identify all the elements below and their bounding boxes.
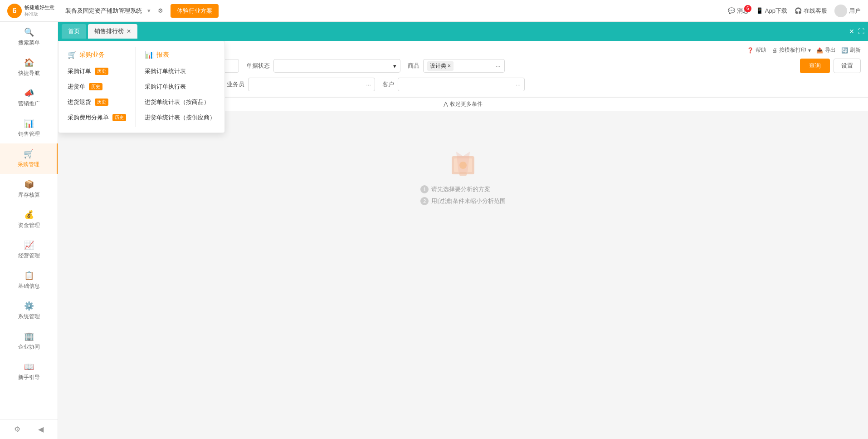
sidebar-collapse-btn[interactable]: ◀ [38, 425, 44, 434]
page-content: ❓ 帮助 🖨 按模板打印 ▾ 📤 导出 🔄 [58, 41, 868, 439]
query-btn[interactable]: 查询 [800, 59, 830, 73]
search-icon: 🔍 [24, 27, 34, 37]
sidebar-label-guide: 新手引导 [18, 374, 40, 381]
online-service-action[interactable]: 🎧 在线客服 [795, 7, 827, 15]
svg-marker-4 [456, 152, 470, 172]
inventory-icon: 📦 [24, 179, 34, 189]
sidebar-item-search[interactable]: 🔍 搜索菜单 [0, 22, 58, 52]
finance-icon: 💰 [24, 210, 34, 220]
dropdown-item-expense[interactable]: 采购费用分摊单 历史 [59, 110, 135, 125]
tab-close-icon[interactable]: ✕ [127, 28, 131, 35]
msg-action[interactable]: 💬 消息 6 [728, 7, 749, 15]
doc-status-arrow: ▾ [393, 63, 396, 69]
history-badge-3: 历史 [95, 99, 108, 106]
customer-label: 客户 [382, 80, 394, 89]
user-label: 用户 [849, 7, 861, 15]
app-label: App下载 [765, 7, 787, 15]
refresh-icon: 🔄 [841, 47, 848, 54]
dropdown-item-purchase-order[interactable]: 采购订单 历史 [59, 64, 135, 79]
sidebar-item-quick-nav[interactable]: 🏠 快捷导航 [0, 52, 58, 83]
dropdown-item-purchase-order-exec[interactable]: 采购订单执行表 [136, 79, 224, 94]
logo-icon: 6 [7, 4, 22, 18]
tab-close-all-btn[interactable]: ✕ [849, 28, 854, 35]
export-icon: 📤 [816, 47, 823, 54]
guide-icon: 📖 [24, 362, 34, 372]
salesperson-input[interactable]: ··· [248, 78, 375, 91]
sidebar: 🔍 搜索菜单 🏠 快捷导航 📣 营销推广 📊 销售管理 🛒 采购管理 📦 [0, 22, 58, 439]
sidebar-label-base-info: 基础信息 [18, 282, 40, 290]
export-btn[interactable]: 📤 导出 [816, 46, 836, 54]
operation-icon: 📈 [24, 240, 34, 250]
sidebar-item-purchase[interactable]: 🛒 采购管理 [0, 143, 58, 174]
dropdown-item-incoming[interactable]: 进货单 历史 [59, 79, 135, 94]
customer-group: 客户 ··· [382, 78, 525, 91]
print-label: 按模板打印 [779, 46, 806, 54]
dropdown-item-incoming-stat-supplier[interactable]: 进货单统计表（按供应商） [136, 110, 224, 125]
sidebar-item-base-info[interactable]: 📋 基础信息 [0, 265, 58, 296]
app-download-action[interactable]: 📱 App下载 [756, 7, 787, 15]
tab-expand-area: ✕ ⛶ [849, 28, 864, 35]
dropdown-item-purchase-order-stat[interactable]: 采购订单统计表 [136, 64, 224, 79]
headset-icon: 🎧 [795, 7, 802, 14]
sidebar-item-operation[interactable]: 📈 经营管理 [0, 235, 58, 265]
tip-text-2: 用[过滤]条件来缩小分析范围 [431, 195, 505, 207]
user-avatar [834, 5, 847, 17]
salesperson-more-btn[interactable]: ··· [366, 81, 371, 88]
doc-status-label: 单据状态 [246, 62, 270, 70]
history-badge-2: 历史 [89, 83, 102, 90]
tab-sales-rank-label: 销售排行榜 [94, 27, 124, 35]
sidebar-item-inventory[interactable]: 📦 库存核算 [0, 174, 58, 204]
incoming-label: 进货单 [68, 83, 85, 91]
dropdown-item-incoming-stat-goods[interactable]: 进货单统计表（按商品） [136, 94, 224, 110]
help-btn[interactable]: ❓ 帮助 [747, 46, 766, 54]
return-label: 进货退货 [68, 98, 91, 106]
customer-input[interactable]: ··· [398, 78, 525, 91]
sidebar-label-search: 搜索菜单 [18, 39, 40, 47]
tip-text-1: 请先选择要分析的方案 [431, 183, 490, 195]
enterprise-icon: 🏢 [24, 331, 34, 341]
collapse-icon: ⋀ [444, 101, 448, 107]
help-label: 帮助 [756, 46, 766, 54]
tip-num-2: 2 [420, 197, 429, 205]
doc-status-input[interactable]: ▾ [273, 59, 400, 73]
base-info-icon: 📋 [24, 271, 34, 281]
sidebar-item-enterprise[interactable]: 🏢 企业协同 [0, 326, 58, 356]
dropdown-item-return[interactable]: 进货退货 历史 [59, 94, 135, 110]
industry-btn[interactable]: 体验行业方案 [171, 4, 219, 18]
tab-home[interactable]: 首页 [62, 24, 86, 39]
logo-text-area: 畅捷通好生意 标准版 [24, 4, 54, 17]
user-action[interactable]: 用户 [834, 5, 861, 17]
sidebar-item-sales[interactable]: 📊 销售管理 [0, 113, 58, 143]
filter-settings-btn[interactable]: 设置 [834, 59, 861, 73]
customer-more-btn[interactable]: ··· [516, 81, 521, 88]
goods-group: 商品 设计类 × ··· [408, 59, 505, 73]
tab-home-label: 首页 [68, 27, 80, 35]
sidebar-item-guide[interactable]: 📖 新手引导 [0, 356, 58, 387]
system-icon: ⚙️ [24, 301, 34, 311]
history-badge-4: 历史 [112, 114, 126, 121]
sales-icon: 📊 [24, 118, 34, 128]
export-label: 导出 [825, 46, 836, 54]
empty-illustration [440, 147, 486, 183]
salesperson-label: 业务员 [227, 80, 244, 89]
incoming-stat-supplier-label: 进货单统计表（按供应商） [145, 113, 215, 122]
tab-sales-rank[interactable]: 销售排行榜 ✕ [88, 24, 137, 39]
history-badge-1: 历史 [95, 68, 108, 75]
sidebar-settings-btn[interactable]: ⚙ [14, 425, 20, 434]
print-template-btn[interactable]: 🖨 按模板打印 ▾ [772, 46, 811, 54]
tip-num-1: 1 [420, 185, 429, 193]
settings-icon-btn[interactable]: ⚙ [154, 5, 167, 17]
goods-input[interactable]: 设计类 × ··· [423, 59, 505, 73]
refresh-btn[interactable]: 🔄 刷新 [841, 46, 861, 54]
incoming-stat-goods-label: 进货单统计表（按商品） [145, 98, 210, 106]
sidebar-bottom: ⚙ ◀ [0, 419, 58, 439]
sidebar-item-marketing[interactable]: 📣 营销推广 [0, 83, 58, 113]
sidebar-label-purchase: 采购管理 [18, 161, 39, 168]
goods-more-btn[interactable]: ··· [496, 63, 501, 69]
sidebar-item-finance[interactable]: 💰 资金管理 [0, 204, 58, 235]
sidebar-item-system[interactable]: ⚙️ 系统管理 [0, 296, 58, 326]
main-layout: 🔍 搜索菜单 🏠 快捷导航 📣 营销推广 📊 销售管理 🛒 采购管理 📦 [0, 22, 868, 439]
title-dropdown-arrow[interactable]: ▾ [147, 7, 151, 14]
tab-fullscreen-btn[interactable]: ⛶ [858, 28, 864, 35]
system-title: 装备及固定资产辅助管理系统 [65, 7, 142, 15]
